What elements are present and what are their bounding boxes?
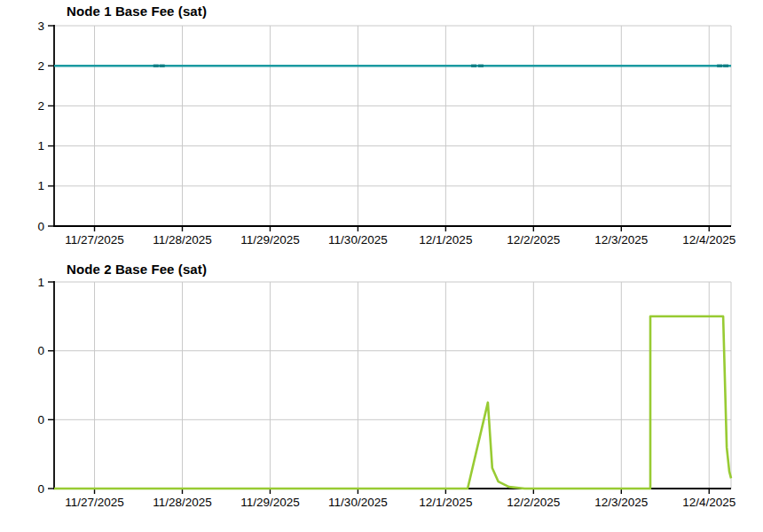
base-fee-charts-page: Node 1 Base Fee (sat) Node 2 Base Fee (s… xyxy=(0,0,763,532)
y-tick-label: 3 xyxy=(37,20,44,33)
plots-canvas: 01122311/27/202511/28/202511/29/202511/3… xyxy=(0,0,763,532)
y-tick-label: 2 xyxy=(37,59,44,73)
series-line xyxy=(54,317,731,489)
point-marker xyxy=(723,65,728,67)
x-tick-label: 12/1/2025 xyxy=(419,233,472,246)
y-tick-label: 1 xyxy=(37,139,44,153)
x-tick-label: 12/4/2025 xyxy=(682,496,735,509)
x-tick-label: 12/4/2025 xyxy=(682,233,735,246)
y-tick-label: 0 xyxy=(37,482,44,496)
point-marker xyxy=(160,65,165,67)
x-tick-label: 12/3/2025 xyxy=(594,233,648,246)
point-marker xyxy=(717,65,722,67)
point-marker xyxy=(153,65,159,67)
x-tick-label: 11/27/2025 xyxy=(65,233,124,246)
y-tick-label: 1 xyxy=(37,276,44,289)
x-tick-label: 11/29/2025 xyxy=(240,233,300,246)
node2-plot: 000111/27/202511/28/202511/29/202511/30/… xyxy=(37,276,735,510)
x-tick-label: 11/28/2025 xyxy=(153,233,212,246)
point-marker xyxy=(478,65,484,67)
x-tick-label: 11/30/2025 xyxy=(328,496,388,509)
x-tick-label: 12/1/2025 xyxy=(419,496,472,509)
y-tick-label: 2 xyxy=(37,99,44,113)
x-tick-label: 12/3/2025 xyxy=(594,496,648,509)
x-tick-label: 11/30/2025 xyxy=(328,233,388,246)
x-tick-label: 11/28/2025 xyxy=(153,496,212,509)
node1-plot: 01122311/27/202511/28/202511/29/202511/3… xyxy=(37,20,735,247)
point-marker xyxy=(471,65,476,67)
x-tick-label: 12/2/2025 xyxy=(507,233,560,246)
y-tick-label: 0 xyxy=(37,344,44,357)
x-tick-label: 11/29/2025 xyxy=(240,496,300,509)
y-tick-label: 1 xyxy=(37,179,44,192)
y-tick-label: 0 xyxy=(37,413,44,426)
x-tick-label: 12/2/2025 xyxy=(507,496,560,509)
x-tick-label: 11/27/2025 xyxy=(65,496,124,509)
y-tick-label: 0 xyxy=(37,220,44,233)
